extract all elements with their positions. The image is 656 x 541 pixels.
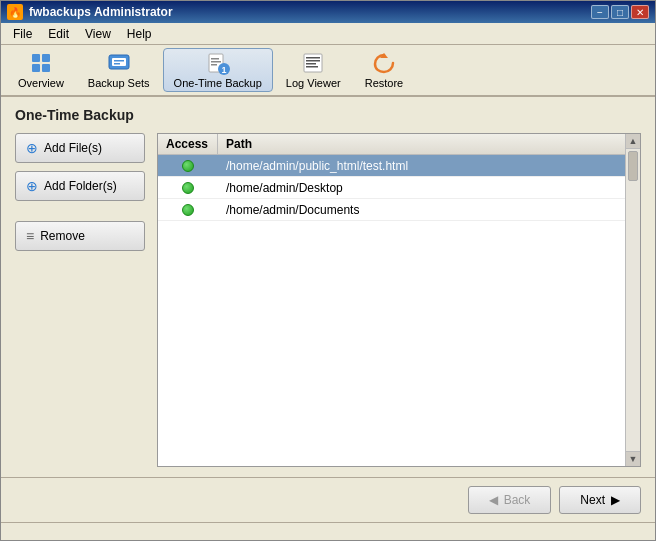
scrollbar-track [626, 149, 640, 451]
menu-edit[interactable]: Edit [40, 25, 77, 43]
path-column-header: Path [218, 134, 640, 154]
toolbar-log-viewer-label: Log Viewer [286, 77, 341, 89]
window-title: fwbackups Administrator [29, 5, 173, 19]
scrollbar-thumb[interactable] [628, 151, 638, 181]
toolbar-one-time-backup-label: One-Time Backup [174, 77, 262, 89]
svg-rect-5 [112, 58, 126, 66]
add-folders-label: Add Folder(s) [44, 179, 117, 193]
svg-rect-9 [211, 58, 219, 60]
back-label: Back [504, 493, 531, 507]
back-button[interactable]: ◀ Back [468, 486, 552, 514]
maximize-button[interactable]: □ [611, 5, 629, 19]
table-row[interactable]: /home/admin/Desktop [158, 177, 640, 199]
one-time-backup-icon: 1 [206, 51, 230, 75]
title-bar-left: 🔥 fwbackups Administrator [7, 4, 173, 20]
app-icon: 🔥 [7, 4, 23, 20]
toolbar-overview[interactable]: Overview [7, 48, 75, 92]
path-cell: /home/admin/public_html/test.html [218, 157, 640, 175]
restore-icon [372, 51, 396, 75]
footer: ◀ Back Next ▶ [1, 477, 655, 522]
access-indicator [182, 160, 194, 172]
toolbar-overview-label: Overview [18, 77, 64, 89]
menu-view[interactable]: View [77, 25, 119, 43]
scrollbar-up[interactable]: ▲ [626, 134, 640, 149]
page-title: One-Time Backup [15, 107, 641, 123]
svg-rect-0 [32, 54, 40, 62]
left-buttons: ⊕ Add File(s) ⊕ Add Folder(s) ≡ Remove [15, 133, 145, 467]
svg-rect-6 [114, 60, 124, 62]
overview-icon [29, 51, 53, 75]
svg-rect-1 [42, 54, 50, 62]
path-cell: /home/admin/Desktop [218, 179, 640, 197]
access-cell [158, 202, 218, 218]
add-folders-button[interactable]: ⊕ Add Folder(s) [15, 171, 145, 201]
path-cell: /home/admin/Documents [218, 201, 640, 219]
add-files-button[interactable]: ⊕ Add File(s) [15, 133, 145, 163]
content-area: One-Time Backup ⊕ Add File(s) ⊕ Add Fold… [1, 97, 655, 477]
toolbar-restore[interactable]: Restore [354, 48, 415, 92]
svg-rect-7 [114, 63, 120, 65]
table-row[interactable]: /home/admin/public_html/test.html [158, 155, 640, 177]
menu-help[interactable]: Help [119, 25, 160, 43]
svg-text:1: 1 [221, 65, 226, 75]
next-label: Next [580, 493, 605, 507]
log-viewer-icon [301, 51, 325, 75]
remove-label: Remove [40, 229, 85, 243]
table-body: /home/admin/public_html/test.html /home/… [158, 155, 640, 466]
access-column-header: Access [158, 134, 218, 154]
access-cell [158, 158, 218, 174]
menu-bar: File Edit View Help [1, 23, 655, 45]
toolbar-restore-label: Restore [365, 77, 404, 89]
add-files-label: Add File(s) [44, 141, 102, 155]
backup-sets-icon [107, 51, 131, 75]
svg-rect-3 [42, 64, 50, 72]
title-bar: 🔥 fwbackups Administrator − □ ✕ [1, 1, 655, 23]
toolbar-backup-sets[interactable]: Backup Sets [77, 48, 161, 92]
access-cell [158, 180, 218, 196]
svg-rect-17 [306, 63, 316, 65]
svg-rect-11 [211, 64, 217, 66]
next-button[interactable]: Next ▶ [559, 486, 641, 514]
title-bar-controls: − □ ✕ [591, 5, 649, 19]
file-table: Access Path /home/admin/public_html/test… [157, 133, 641, 467]
add-folders-icon: ⊕ [26, 178, 38, 194]
remove-icon: ≡ [26, 228, 34, 244]
next-arrow-icon: ▶ [611, 493, 620, 507]
access-indicator [182, 204, 194, 216]
back-arrow-icon: ◀ [489, 493, 498, 507]
scrollbar-down[interactable]: ▼ [626, 451, 640, 466]
main-window: 🔥 fwbackups Administrator − □ ✕ File Edi… [0, 0, 656, 541]
table-header: Access Path [158, 134, 640, 155]
toolbar-log-viewer[interactable]: Log Viewer [275, 48, 352, 92]
access-indicator [182, 182, 194, 194]
table-row[interactable]: /home/admin/Documents [158, 199, 640, 221]
svg-rect-10 [211, 61, 221, 63]
menu-file[interactable]: File [5, 25, 40, 43]
toolbar-backup-sets-label: Backup Sets [88, 77, 150, 89]
svg-rect-2 [32, 64, 40, 72]
add-files-icon: ⊕ [26, 140, 38, 156]
svg-rect-16 [306, 60, 320, 62]
minimize-button[interactable]: − [591, 5, 609, 19]
status-bar [1, 522, 655, 540]
svg-rect-18 [306, 66, 318, 68]
remove-button[interactable]: ≡ Remove [15, 221, 145, 251]
svg-rect-15 [306, 57, 320, 59]
close-button[interactable]: ✕ [631, 5, 649, 19]
scrollbar[interactable]: ▲ ▼ [625, 134, 640, 466]
toolbar: Overview Backup Sets [1, 45, 655, 97]
toolbar-one-time-backup[interactable]: 1 One-Time Backup [163, 48, 273, 92]
main-section: ⊕ Add File(s) ⊕ Add Folder(s) ≡ Remove A… [15, 133, 641, 467]
